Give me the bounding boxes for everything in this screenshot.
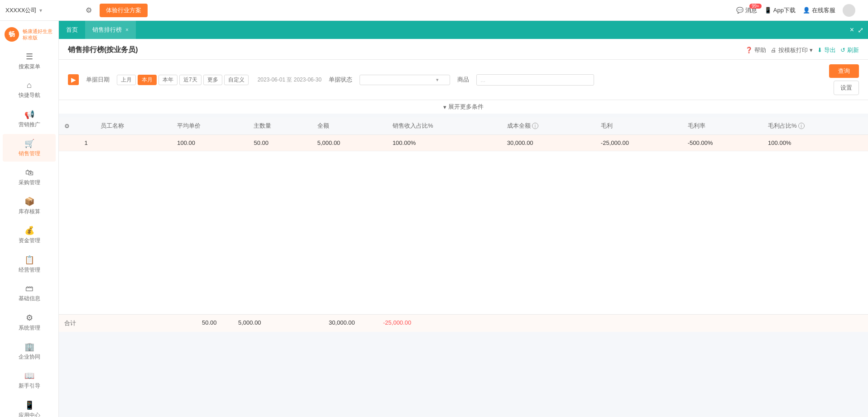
th-amount: 全额 <box>312 117 387 135</box>
th-main-qty: 主数量 <box>248 117 312 135</box>
date-btn-custom[interactable]: 自定义 <box>224 75 249 85</box>
th-settings[interactable]: ⚙ <box>59 117 77 135</box>
th-gross: 毛利 <box>595 117 682 135</box>
sidebar-item-sales[interactable]: 🛒 销售管理 <box>3 134 56 161</box>
content-area: 首页 销售排行榜 × × ⤢ 销售排行榜(按业务员) ❓ 帮助 <box>59 21 868 417</box>
footer-amount: 5,000.00 <box>233 319 278 327</box>
avatar[interactable] <box>843 4 855 17</box>
goods-input[interactable]: ... <box>476 74 594 86</box>
tab-sales-ranking[interactable]: 销售排行榜 × <box>85 21 136 39</box>
tab-close-icon[interactable]: × <box>125 27 129 33</box>
print-button[interactable]: 🖨 按模板打印 ▾ <box>771 46 813 54</box>
inventory-icon: 📦 <box>24 197 34 206</box>
sidebar: 畅 畅康通好生意标准版 ☰ 搜索菜单 ⌂ 快捷导航 📢 营销推广 🛒 销售管理 … <box>0 21 59 417</box>
expand-conditions-button[interactable]: ▾ 展开更多条件 <box>443 103 484 111</box>
sidebar-item-operation[interactable]: 📋 经营管理 <box>3 250 56 278</box>
basic-icon: 🗃 <box>25 284 34 293</box>
messages-button[interactable]: 💬 消息 99+ <box>736 6 757 14</box>
sidebar-item-system[interactable]: ⚙ 系统管理 <box>3 308 56 336</box>
date-btn-more[interactable]: 更多 <box>203 75 222 85</box>
sidebar-item-finance[interactable]: 💰 资金管理 <box>3 221 56 248</box>
refresh-button[interactable]: ↺ 刷新 <box>840 46 859 54</box>
query-button[interactable]: 查询 <box>829 64 859 78</box>
help-button[interactable]: ❓ 帮助 <box>745 46 766 54</box>
date-btn-last-month[interactable]: 上月 <box>117 75 136 85</box>
status-filter-label: 单据状态 <box>329 76 352 84</box>
tab-close-window-icon[interactable]: × <box>850 26 854 34</box>
footer-label: 合计 <box>64 319 88 327</box>
sidebar-logo: 畅 畅康通好生意标准版 <box>0 21 58 46</box>
sales-icon: 🛒 <box>24 139 34 149</box>
th-cost-amount: 成本全额 i <box>502 117 595 135</box>
service-label: 在线客服 <box>812 6 835 14</box>
online-service-button[interactable]: 👤 在线客服 <box>803 6 835 14</box>
guide-icon: 📖 <box>24 371 34 381</box>
date-btn-this-year[interactable]: 本年 <box>158 75 177 85</box>
page-header-actions: ❓ 帮助 🖨 按模板打印 ▾ ⬇ 导出 ↺ 刷新 <box>745 46 859 54</box>
tab-home[interactable]: 首页 <box>59 21 85 39</box>
marketing-icon: 📢 <box>24 110 34 120</box>
footer-empty-3 <box>160 319 197 327</box>
footer-main-qty: 50.00 <box>197 319 233 327</box>
trial-button[interactable]: 体验行业方案 <box>100 4 148 17</box>
message-badge: 99+ <box>749 4 762 9</box>
settings-icon[interactable]: ⚙ <box>82 4 95 17</box>
appstore-icon: 📱 <box>24 400 34 410</box>
export-button[interactable]: ⬇ 导出 <box>817 46 836 54</box>
company-selector[interactable]: XXXXX公司 ▾ <box>5 6 78 14</box>
sidebar-item-enterprise[interactable]: 🏢 企业协同 <box>3 337 56 364</box>
tab-expand-icon[interactable]: ⤢ <box>858 26 863 34</box>
th-rank <box>77 117 95 135</box>
sidebar-item-appstore[interactable]: 📱 应用中心 <box>3 396 56 417</box>
sidebar-item-label: 快捷导航 <box>19 92 40 98</box>
row-gross: -25,000.00 <box>595 135 682 151</box>
service-icon: 👤 <box>803 7 810 14</box>
sidebar-item-basic[interactable]: 🗃 基础信息 <box>3 279 56 306</box>
refresh-label: 刷新 <box>847 46 859 54</box>
sidebar-item-label: 基础信息 <box>19 295 40 302</box>
filter-area: ▶ 单据日期 上月 本月 本年 近7天 更多 自定义 2023-06-01 至 … <box>59 60 868 100</box>
filter-wrapper: ▶ 单据日期 上月 本月 本年 近7天 更多 自定义 2023-06-01 至 … <box>59 60 868 114</box>
footer-empty-2 <box>106 319 160 327</box>
sidebar-item-quick-nav[interactable]: ⌂ 快捷导航 <box>3 76 56 103</box>
date-btn-this-month[interactable]: 本月 <box>138 75 157 85</box>
th-avg-price: 平均单价 <box>172 117 248 135</box>
tab-right-actions: × ⤢ <box>850 26 868 34</box>
print-icon: 🖨 <box>771 47 777 53</box>
gross-pct-info-icon[interactable]: i <box>798 123 805 129</box>
row-avg-price: 100.00 <box>172 135 248 151</box>
sidebar-item-label: 搜索菜单 <box>19 63 40 70</box>
filter-row: ▶ 单据日期 上月 本月 本年 近7天 更多 自定义 2023-06-01 至 … <box>68 64 859 95</box>
date-range-display: 2023-06-01 至 2023-06-30 <box>258 76 321 84</box>
th-gross-rate: 毛利率 <box>682 117 762 135</box>
app-icon: 📱 <box>764 7 772 14</box>
filter-expand-arrow[interactable]: ▶ <box>68 74 79 85</box>
page-settings-button[interactable]: 设置 <box>834 81 859 95</box>
th-gross-pct: 毛利占比% i <box>762 117 868 135</box>
main-layout: 畅 畅康通好生意标准版 ☰ 搜索菜单 ⌂ 快捷导航 📢 营销推广 🛒 销售管理 … <box>0 21 868 417</box>
sidebar-item-inventory[interactable]: 📦 库存核算 <box>3 192 56 219</box>
sidebar-item-label: 应用中心 <box>19 412 40 417</box>
footer-cells: 50.00 5,000.00 30,000.00 -25,000.00 <box>88 319 863 327</box>
print-label: 按模板打印 <box>778 46 808 54</box>
app-download-button[interactable]: 📱 App下载 <box>764 6 796 14</box>
row-gross-rate: -500.00% <box>682 135 762 151</box>
quick-nav-icon: ⌂ <box>27 81 32 90</box>
print-chevron-icon: ▾ <box>810 47 813 53</box>
cost-amount-info-icon[interactable]: i <box>532 123 538 129</box>
purchase-icon: 🛍 <box>25 168 34 177</box>
status-select[interactable]: ▾ <box>360 75 450 85</box>
date-btn-7-days[interactable]: 近7天 <box>179 75 201 85</box>
page-content: 销售排行榜(按业务员) ❓ 帮助 🖨 按模板打印 ▾ ⬇ 导出 <box>59 39 868 417</box>
table-footer: 合计 50.00 5,000.00 30,000.00 -25,000.00 <box>59 314 868 332</box>
sidebar-item-label: 系统管理 <box>19 325 40 331</box>
operation-icon: 📋 <box>24 255 34 265</box>
sidebar-item-guide[interactable]: 📖 新手引导 <box>3 366 56 393</box>
date-filter-label: 单据日期 <box>86 76 110 84</box>
sidebar-item-marketing[interactable]: 📢 营销推广 <box>3 105 56 132</box>
sidebar-item-purchase[interactable]: 🛍 采购管理 <box>3 163 56 190</box>
export-icon: ⬇ <box>817 47 822 53</box>
table-header-row: ⚙ 员工名称 平均单价 主数量 全额 销售收入占比% 成本全额 i <box>59 117 868 135</box>
sidebar-item-label: 新手引导 <box>19 383 40 389</box>
sidebar-item-search-order[interactable]: ☰ 搜索菜单 <box>3 47 56 74</box>
